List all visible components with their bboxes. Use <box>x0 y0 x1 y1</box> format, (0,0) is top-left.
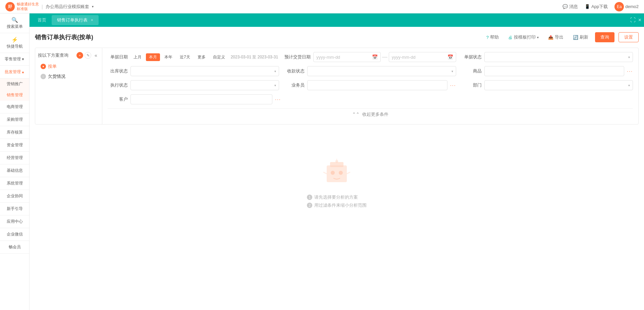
tab-home[interactable]: 首页 <box>32 15 52 25</box>
tip-num-2: 2 <box>307 203 312 208</box>
date-custom-btn[interactable]: 自定义 <box>210 53 228 61</box>
exec-dropdown-icon: ▾ <box>274 84 276 87</box>
expected-date-end[interactable]: yyyy-mm-dd 📅 <box>389 52 456 62</box>
date-7days-btn[interactable]: 近7天 <box>177 53 193 61</box>
app-download-button[interactable]: 📱 App下载 <box>585 4 608 10</box>
sidebar-item-label-retail: 零售管理 <box>5 56 21 62</box>
date-more-btn[interactable]: 更多 <box>195 53 209 61</box>
filter-group-salesperson: 业务员 ··· <box>284 80 456 90</box>
exec-status-select[interactable]: ▾ <box>130 80 279 90</box>
sidebar-item-sales-mgmt[interactable]: 销售管理 <box>0 90 29 101</box>
print-dropdown-icon: ▾ <box>537 36 539 39</box>
filter-group-order-status: 单据状态 ▾ <box>462 52 633 62</box>
page-header: 销售订单执行表(按单) ? 帮助 🖨 按模板打印 ▾ 📤 导出 <box>35 32 639 42</box>
sidebar-item-enterprise-collab[interactable]: 企业协同 <box>0 190 29 203</box>
collapse-up-icon: ⌃⌃ <box>352 112 360 117</box>
exec-status-label: 执行状态 <box>108 82 128 88</box>
goods-more-icon[interactable]: ··· <box>627 68 633 74</box>
expected-date-start[interactable]: yyyy-mm-dd 📅 <box>313 52 381 62</box>
svg-line-5 <box>347 172 350 174</box>
tab-sales-label: 销售订单执行表 <box>57 17 88 22</box>
tab-sales-order-exec[interactable]: 销售订单执行表 × <box>52 15 99 25</box>
date-this-month-btn[interactable]: 本月 <box>146 53 160 61</box>
edit-scheme-button[interactable]: ✎ <box>85 52 91 59</box>
order-status-select[interactable]: ▾ <box>484 52 633 62</box>
sidebar-item-label-sales: 销售管理 <box>7 92 23 98</box>
print-button[interactable]: 🖨 按模板打印 ▾ <box>505 33 541 42</box>
sidebar: 🔍 搜索菜单 ⚡ 快捷导航 零售管理 ▼ 批发管理 ▲ 营销推广 销售管理 电商… <box>0 13 30 310</box>
logo-area[interactable]: 好 畅捷通好生意 标准版 <box>5 2 39 11</box>
export-button[interactable]: 📤 导出 <box>545 33 566 42</box>
department-dropdown-icon: ▾ <box>628 84 630 87</box>
page-title: 销售订单执行表(按单) <box>35 33 93 41</box>
calendar-start-icon: 📅 <box>372 54 378 60</box>
salesperson-input[interactable] <box>307 80 447 90</box>
collapse-label: 收起更多条件 <box>362 112 388 117</box>
page-header-actions: ? 帮助 🖨 按模板打印 ▾ 📤 导出 🔄 刷新 <box>484 32 639 42</box>
sidebar-item-basic-info[interactable]: 基础信息 <box>0 164 29 177</box>
sidebar-item-quick-nav[interactable]: ⚡ 快捷导航 <box>0 33 29 53</box>
collapse-scheme-button[interactable]: « <box>93 52 99 59</box>
sidebar-item-inventory[interactable]: 库存核算 <box>0 126 29 139</box>
tab-close-icon[interactable]: × <box>91 18 93 22</box>
scheme-label-欠货情况: 欠货情况 <box>48 73 65 80</box>
close-window-icon[interactable]: × <box>638 17 641 23</box>
scheme-item-欠货情况[interactable]: ○ 欠货情况 <box>38 71 99 82</box>
filter-scheme-panel: 按以下方案查询 + ✎ « ● 按单 ○ 欠货情况 <box>35 48 102 124</box>
empty-state-icon <box>320 155 354 189</box>
sidebar-item-label-operation: 经营管理 <box>7 155 23 161</box>
delivery-status-select[interactable]: ▾ <box>130 66 279 76</box>
app-download-icon: 📱 <box>585 4 590 9</box>
sidebar-item-new-guide[interactable]: 新手引导 <box>0 203 29 215</box>
sidebar-item-label-appcenter: 应用中心 <box>7 219 23 224</box>
sidebar-item-label-search: 搜索菜单 <box>7 24 23 30</box>
sidebar-item-finance[interactable]: 资金管理 <box>0 139 29 152</box>
date-prev-month-btn[interactable]: 上月 <box>130 53 145 61</box>
date-this-year-btn[interactable]: 本年 <box>161 53 175 61</box>
print-icon: 🖨 <box>508 35 513 40</box>
sidebar-item-label-inventory: 库存核算 <box>7 130 23 135</box>
customer-input[interactable] <box>130 94 272 104</box>
sidebar-item-app-center[interactable]: 应用中心 <box>0 215 29 228</box>
wholesale-sub-menu: 营销推广 销售管理 <box>0 79 29 101</box>
maximize-icon[interactable]: ⛶ <box>630 17 636 23</box>
payment-status-select[interactable]: ▾ <box>307 66 456 76</box>
salesperson-more-icon[interactable]: ··· <box>450 83 456 88</box>
sidebar-item-wholesale-mgmt[interactable]: 批发管理 ▲ <box>0 66 29 79</box>
scheme-item-按单[interactable]: ● 按单 <box>38 61 99 71</box>
sidebar-item-label-basic: 基础信息 <box>7 168 23 173</box>
refresh-button[interactable]: 🔄 刷新 <box>570 33 591 42</box>
date-range-text: 2023-03-01 至 2023-03-31 <box>231 54 278 60</box>
page-content: 销售订单执行表(按单) ? 帮助 🖨 按模板打印 ▾ 📤 导出 <box>30 27 644 310</box>
add-scheme-button[interactable]: + <box>76 52 83 59</box>
expected-date-range: yyyy-mm-dd 📅 — yyyy-mm-dd 📅 <box>313 52 456 62</box>
svg-rect-1 <box>330 162 343 167</box>
sidebar-item-ecommerce[interactable]: 电商管理 <box>0 101 29 113</box>
collapse-more-conditions[interactable]: ⌃⌃ 收起更多条件 <box>108 108 633 120</box>
main-layout: 🔍 搜索菜单 ⚡ 快捷导航 零售管理 ▼ 批发管理 ▲ 营销推广 销售管理 电商… <box>0 13 644 310</box>
breadcrumb-dropdown-icon[interactable]: ▾ <box>92 5 94 8</box>
sidebar-item-system-mgmt[interactable]: 系统管理 <box>0 177 29 190</box>
query-button[interactable]: 查询 <box>595 32 614 42</box>
user-profile[interactable]: Ea demo2 <box>614 2 639 11</box>
settings-button[interactable]: 设置 <box>619 32 639 42</box>
sidebar-item-retail-mgmt[interactable]: 零售管理 ▼ <box>0 53 29 66</box>
sidebar-item-operation[interactable]: 经营管理 <box>0 152 29 164</box>
empty-state: 1 请先选择要分析的方案 2 用过滤条件来缩小分析范围 <box>35 128 639 237</box>
help-button[interactable]: ? 帮助 <box>484 33 501 42</box>
filter-group-date: 单据日期 上月 本月 本年 近7天 更多 自定义 2023-03-01 至 20… <box>108 53 279 61</box>
sidebar-item-purchase[interactable]: 采购管理 <box>0 113 29 126</box>
customer-more-icon[interactable]: ··· <box>275 97 281 102</box>
department-select[interactable]: ▾ <box>484 80 633 90</box>
sidebar-item-marketing[interactable]: 营销推广 <box>0 79 29 90</box>
msg-button[interactable]: 💬 消息 <box>562 4 578 10</box>
sidebar-item-member[interactable]: 畅会员 <box>0 241 29 254</box>
sidebar-item-enterprise-wechat[interactable]: 企业微信 <box>0 228 29 241</box>
sidebar-item-search-menu[interactable]: 🔍 搜索菜单 <box>0 13 29 33</box>
scheme-icon-按单: ● <box>41 64 46 69</box>
filter-scheme-icons: + ✎ « <box>76 52 99 59</box>
goods-input[interactable] <box>484 66 625 76</box>
breadcrumb-label[interactable]: 办公用品行业模拟账套 <box>46 4 89 10</box>
tabbar-actions: ⛶ × <box>630 17 641 23</box>
print-label: 按模板打印 <box>514 34 536 40</box>
